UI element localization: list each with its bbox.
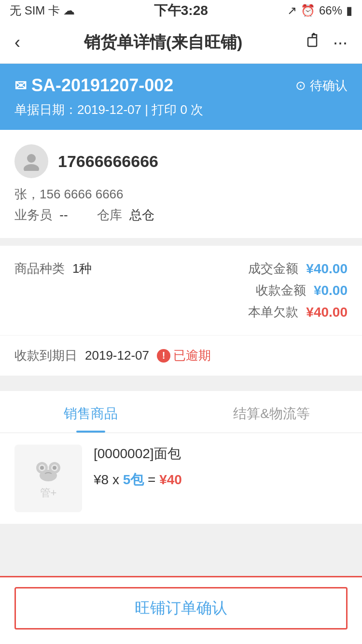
customer-meta: 业务员 -- 仓库 总仓 (14, 207, 348, 224)
page-title: 销货单详情(来自旺铺) (84, 31, 243, 54)
overdue-icon: ! (157, 349, 170, 363)
tabs-row: 销售商品 结算&物流等 (0, 391, 362, 433)
product-type: 商品种类 1种 (14, 260, 92, 277)
battery-icon: ▮ (346, 4, 352, 17)
svg-point-1 (27, 154, 36, 163)
tabs-section: 销售商品 结算&物流等 (0, 391, 362, 524)
svg-point-8 (53, 466, 56, 470)
location-icon: ↗ (287, 4, 297, 17)
product-thumbnail: 管+ (14, 445, 82, 512)
avatar (14, 144, 48, 178)
nav-bar: ‹ 销货单详情(来自旺铺) ··· (0, 21, 362, 64)
battery-text: 66% (319, 4, 342, 17)
order-icon: ✉ (14, 77, 27, 94)
product-price: ¥8 x 5包 = ¥40 (94, 471, 348, 489)
svg-rect-0 (308, 38, 317, 46)
amount-row-1: 收款金额 ¥0.00 (256, 282, 348, 299)
product-info: [0000002]面包 ¥8 x 5包 = ¥40 (94, 445, 348, 489)
summary-section: 商品种类 1种 成交金额 ¥40.00 收款金额 ¥0.00 本单欠款 ¥40.… (0, 246, 362, 335)
bottom-bar: 旺铺订单确认 (0, 576, 362, 644)
deal-amount: ¥40.00 (306, 261, 348, 277)
status-time: 下午3:28 (154, 1, 208, 20)
overdue-text: 已逾期 (173, 347, 211, 364)
amount-row-2: 本单欠款 ¥40.00 (248, 304, 348, 321)
product-name: [0000002]面包 (94, 445, 348, 463)
due-date: 2019-12-07 (85, 348, 149, 363)
owed-amount: ¥40.00 (306, 305, 348, 320)
more-icon[interactable]: ··· (333, 32, 348, 53)
product-section: 管+ [0000002]面包 ¥8 x 5包 = ¥40 (0, 433, 362, 524)
warehouse: 仓库 总仓 (97, 207, 154, 224)
tab-products[interactable]: 销售商品 (0, 391, 181, 433)
alarm-icon: ⏰ (301, 4, 315, 17)
order-date: 单据日期：2019-12-07 | 打印 0 次 (14, 101, 348, 118)
order-id-row: ✉ SA-20191207-002 ⊙ 待确认 (14, 75, 348, 96)
nav-actions: ··· (306, 32, 348, 53)
divider-2 (0, 376, 362, 383)
customer-name: 张，156 6666 6666 (14, 186, 348, 203)
product-quantity: 5包 (123, 472, 148, 487)
due-section: 收款到期日 2019-12-07 ! 已逾期 (0, 335, 362, 376)
product-total: ¥40 (159, 472, 182, 487)
overdue-badge: ! 已逾期 (157, 347, 211, 364)
customer-row: 17666666666 (14, 144, 348, 178)
brand-text: 管+ (40, 486, 57, 500)
customer-phone: 17666666666 (58, 152, 158, 171)
divider-1 (0, 238, 362, 246)
tab-underline (76, 431, 105, 433)
no-sim-text: 无 SIM 卡 ☁ (10, 3, 75, 18)
sales-person: 业务员 -- (14, 207, 68, 224)
status-right: ↗ ⏰ 66% ▮ (287, 4, 352, 17)
confirm-button[interactable]: 旺铺订单确认 (14, 587, 348, 630)
status-left: 无 SIM 卡 ☁ (10, 3, 75, 18)
clock-icon: ⊙ (295, 78, 306, 93)
received-amount: ¥0.00 (314, 283, 348, 298)
share-icon[interactable] (306, 32, 321, 53)
order-status: ⊙ 待确认 (295, 77, 348, 94)
tab-settlement[interactable]: 结算&物流等 (181, 391, 362, 433)
svg-point-7 (40, 466, 44, 470)
amounts: 成交金额 ¥40.00 收款金额 ¥0.00 本单欠款 ¥40.00 (248, 260, 348, 321)
svg-point-2 (24, 164, 39, 171)
status-bar: 无 SIM 卡 ☁ 下午3:28 ↗ ⏰ 66% ▮ (0, 0, 362, 21)
order-header: ✉ SA-20191207-002 ⊙ 待确认 单据日期：2019-12-07 … (0, 64, 362, 130)
product-item: 管+ [0000002]面包 ¥8 x 5包 = ¥40 (14, 445, 348, 512)
amount-row-0: 成交金额 ¥40.00 (248, 260, 348, 277)
order-id: ✉ SA-20191207-002 (14, 75, 173, 96)
summary-row: 商品种类 1种 成交金额 ¥40.00 收款金额 ¥0.00 本单欠款 ¥40.… (14, 260, 348, 321)
due-label: 收款到期日 (14, 347, 77, 364)
customer-section: 17666666666 张，156 6666 6666 业务员 -- 仓库 总仓 (0, 130, 362, 238)
svg-point-9 (40, 470, 57, 481)
back-button[interactable]: ‹ (14, 32, 20, 53)
